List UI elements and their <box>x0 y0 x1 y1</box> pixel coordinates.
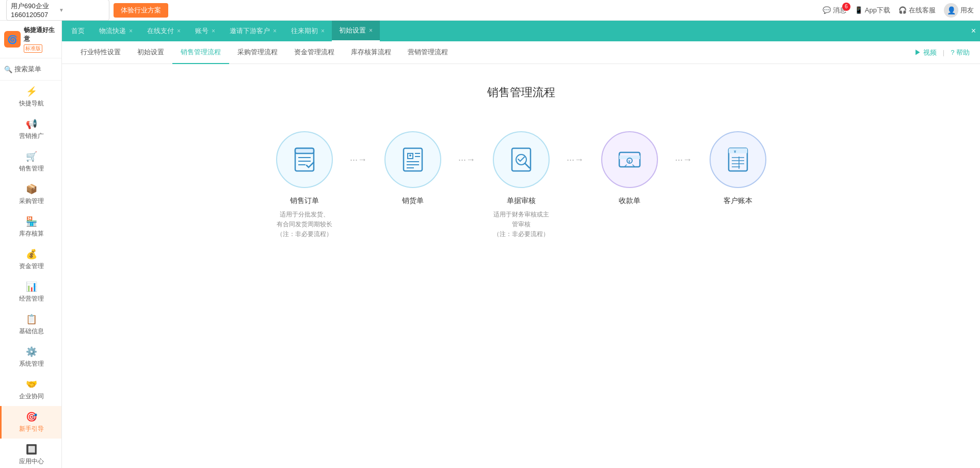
apps-icon: 🔲 <box>26 444 37 455</box>
service-group[interactable]: 🎧 在线客服 <box>898 6 936 15</box>
tab-wuliu-label: 物流快递 <box>99 26 126 36</box>
user-name: 用友 <box>960 6 974 15</box>
flow-step-5[interactable]: ¥ 客户账本 <box>697 131 779 210</box>
step-1-desc: 适用于分批发货、有合同发货周期较长（注：非必要流程） <box>277 210 332 240</box>
nav-tabs: 首页 物流快递 × 在线支付 × 账号 × 邀请下游客户 × 往来期初 × <box>62 21 980 41</box>
sub-tab-hangye[interactable]: 行业特性设置 <box>72 41 129 64</box>
tab-chushishezhi-label: 初始设置 <box>339 26 366 35</box>
svg-rect-22 <box>729 148 747 153</box>
svg-text:¥: ¥ <box>734 149 736 154</box>
tab-yaoqing-close[interactable]: × <box>273 27 277 35</box>
flow-step-3[interactable]: 单据审核 适用于财务审核或主管审核（注：非必要流程） <box>480 131 563 240</box>
sidebar-item-xiaoshou[interactable]: 🛒 销售管理 <box>0 146 61 178</box>
tab-zhifu[interactable]: 在线支付 × <box>140 21 188 41</box>
tab-chushishezhi-close[interactable]: × <box>369 27 373 34</box>
search-menu-button[interactable]: 🔍 搜索菜单 <box>4 63 57 76</box>
flow-step-2[interactable]: 销货单 <box>372 131 454 210</box>
app-group[interactable]: 📱 App下载 <box>855 6 890 15</box>
tab-wanglai-close[interactable]: × <box>321 27 325 35</box>
tab-zhanghu-close[interactable]: × <box>212 27 215 35</box>
sub-tab-chushi[interactable]: 初始设置 <box>129 41 172 64</box>
order-icon <box>291 146 318 173</box>
top-bar-left: 用户690企业1660120507 ▼ 体验行业方案 <box>6 0 168 21</box>
cart-icon: 🛒 <box>26 151 37 162</box>
logo-line1: 畅捷通好生意 <box>24 26 57 43</box>
sidebar-item-caigou[interactable]: 📦 采购管理 <box>0 178 61 211</box>
sidebar-search[interactable]: 🔍 搜索菜单 <box>0 58 61 81</box>
sidebar-item-yingxiao[interactable]: 📢 营销推广 <box>0 113 61 146</box>
arrow-4: ···→ <box>671 131 697 165</box>
app-label: App下载 <box>865 6 890 15</box>
store-icon: 🏪 <box>26 216 37 227</box>
sidebar-item-kucun[interactable]: 🏪 库存核算 <box>0 211 61 243</box>
step-5-name: 客户账本 <box>724 196 752 206</box>
content-area: 首页 物流快递 × 在线支付 × 账号 × 邀请下游客户 × 往来期初 × <box>62 21 980 468</box>
page-title: 销售管理流程 <box>487 85 555 100</box>
sidebar-item-yingyong[interactable]: 🔲 应用中心 <box>0 439 61 468</box>
msg-icon: 💬 <box>823 6 831 14</box>
sidebar-item-label: 经营管理 <box>19 294 44 303</box>
megaphone-icon: 📢 <box>26 118 37 130</box>
tab-chushishezhi[interactable]: 初始设置 × <box>332 21 380 41</box>
tab-wuliu[interactable]: 物流快递 × <box>92 21 140 41</box>
help-link[interactable]: ? 帮助 <box>951 48 970 57</box>
sub-tab-zijin[interactable]: 资金管理流程 <box>286 41 343 64</box>
sidebar-item-label: 资金管理 <box>19 262 44 271</box>
sidebar-item-xitong[interactable]: ⚙️ 系统管理 <box>0 341 61 373</box>
trial-button[interactable]: 体验行业方案 <box>114 3 168 18</box>
avatar: 👤 <box>944 3 958 18</box>
logo-badge: 标准版 <box>24 44 42 53</box>
logo-text: 畅捷通好生意 标准版 <box>24 26 57 53</box>
tab-zhanghu[interactable]: 账号 × <box>188 21 222 41</box>
delivery-icon <box>399 146 426 173</box>
sidebar-item-label: 快捷导航 <box>19 99 44 108</box>
video-label: 视频 <box>923 49 937 56</box>
tab-yaoqing[interactable]: 邀请下游客户 × <box>222 21 284 41</box>
flow-content: 销售管理流程 <box>62 64 980 260</box>
lightning-icon: ⚡ <box>26 86 37 97</box>
sidebar-item-zijin[interactable]: 💰 资金管理 <box>0 243 61 276</box>
arrow-2: ···→ <box>454 131 480 165</box>
top-bar-right: 💬 消息 6 📱 App下载 🎧 在线客服 👤 用友 <box>823 3 974 18</box>
video-link[interactable]: ▶ 视频 <box>914 48 937 57</box>
svg-point-11 <box>409 154 411 157</box>
sidebar-item-jichu[interactable]: 📋 基础信息 <box>0 308 61 341</box>
msg-badge: 6 <box>842 3 850 11</box>
sub-tab-caigou[interactable]: 采购管理流程 <box>229 41 286 64</box>
avatar-group[interactable]: 👤 用友 <box>944 3 974 18</box>
close-all-tabs[interactable]: × <box>971 26 976 36</box>
clipboard-icon: 📋 <box>26 314 37 325</box>
sidebar-item-xinshou[interactable]: 🎯 新手引导 <box>0 406 61 439</box>
tab-zhifu-label: 在线支付 <box>147 26 174 36</box>
sub-tab-yingxiao[interactable]: 营销管理流程 <box>399 41 456 64</box>
flow-step-4[interactable]: ¥ 收款单 <box>588 131 671 210</box>
sidebar: 🌀 畅捷通好生意 标准版 🔍 搜索菜单 ⚡ 快捷导航 📢 营销推广 🛒 销售管理… <box>0 21 62 468</box>
tab-yaoqing-label: 邀请下游客户 <box>230 26 270 36</box>
tab-home[interactable]: 首页 <box>64 21 92 41</box>
play-icon: ▶ <box>914 49 921 56</box>
sidebar-item-label: 销售管理 <box>19 164 44 173</box>
logo-icon: 🌀 <box>4 31 21 48</box>
sidebar-item-qiye[interactable]: 🤝 企业协同 <box>0 373 61 406</box>
sub-tab-caigou-label: 采购管理流程 <box>237 48 278 57</box>
sidebar-item-label: 企业协同 <box>19 392 44 401</box>
sub-tab-kucun[interactable]: 库存核算流程 <box>343 41 399 64</box>
sidebar-item-jingying[interactable]: 📊 经营管理 <box>0 276 61 308</box>
sub-tab-kucun-label: 库存核算流程 <box>351 48 391 57</box>
tab-wanglai[interactable]: 往来期初 × <box>284 21 332 41</box>
sub-tab-xiaoshou[interactable]: 销售管理流程 <box>172 41 229 64</box>
payment-icon: ¥ <box>616 146 643 173</box>
msg-group[interactable]: 💬 消息 6 <box>823 6 846 15</box>
sub-tabs-right: ▶ 视频 | ? 帮助 <box>914 48 970 57</box>
tab-wuliu-close[interactable]: × <box>129 27 133 35</box>
flow-step-1[interactable]: 销售订单 适用于分批发货、有合同发货周期较长（注：非必要流程） <box>263 131 346 240</box>
sidebar-item-kuaijie[interactable]: ⚡ 快捷导航 <box>0 81 61 113</box>
tab-zhifu-close[interactable]: × <box>177 27 181 35</box>
svg-text:¥: ¥ <box>628 160 630 163</box>
sidebar-item-label: 新手引导 <box>19 425 44 433</box>
step-circle-3 <box>493 131 550 188</box>
search-label: 搜索菜单 <box>14 65 41 74</box>
sidebar-item-label: 采购管理 <box>19 197 44 206</box>
search-icon: 🔍 <box>4 66 12 73</box>
user-selector[interactable]: 用户690企业1660120507 ▼ <box>6 0 109 21</box>
